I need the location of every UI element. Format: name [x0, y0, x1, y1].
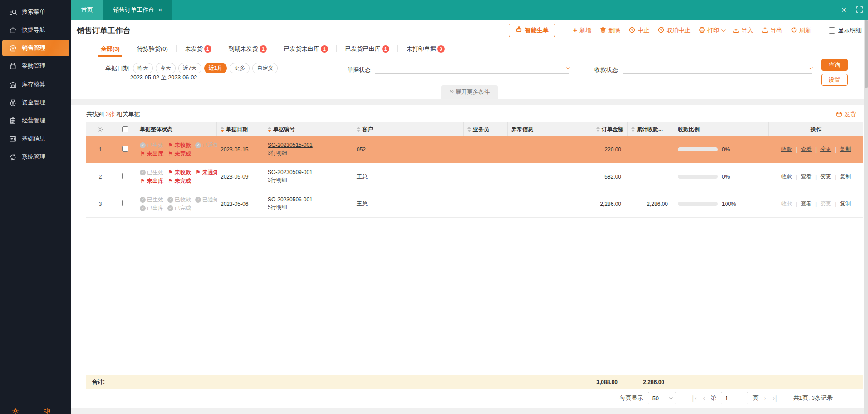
- smart-generate-button[interactable]: 智能生单: [509, 24, 555, 37]
- check-circle-icon: [140, 197, 146, 203]
- first-page-icon[interactable]: ∣‹: [691, 395, 698, 402]
- cancel-abort-button[interactable]: 取消中止: [658, 26, 690, 34]
- receive-payment-action[interactable]: 收款: [781, 146, 792, 153]
- col-number[interactable]: 单据编号: [264, 122, 353, 136]
- view-action[interactable]: 查看: [801, 200, 812, 208]
- doc-status-filter: 单据状态: [347, 63, 569, 74]
- settings-button[interactable]: 设置: [821, 74, 848, 86]
- col-amount[interactable]: 订单金额: [580, 122, 628, 136]
- empty-area: [71, 218, 868, 375]
- sidebar-item-funds[interactable]: 资金管理: [2, 94, 69, 111]
- payment-status-select[interactable]: [623, 63, 812, 74]
- sidebar-item-quick-nav[interactable]: 快捷导航: [2, 22, 69, 38]
- copy-action[interactable]: 复制: [840, 173, 851, 180]
- sort-icon[interactable]: [467, 127, 471, 132]
- table-row[interactable]: 1 已生效 未收款 已通知 未出库 未完成: [86, 136, 863, 163]
- row-checkbox[interactable]: [122, 200, 128, 206]
- filter-tab-shipped-out[interactable]: 已发货已出库1: [337, 41, 398, 57]
- pill-today[interactable]: 今天: [156, 63, 176, 73]
- pill-last7days[interactable]: 近7天: [178, 63, 201, 73]
- sidebar-item-search-menu[interactable]: 搜索菜单: [2, 4, 69, 20]
- row-select-cell[interactable]: [114, 200, 136, 208]
- tab-close-icon[interactable]: ×: [158, 6, 162, 14]
- sort-icon[interactable]: [596, 127, 600, 132]
- sort-icon[interactable]: [357, 127, 360, 132]
- pill-custom[interactable]: 自定义: [252, 63, 278, 73]
- page-number-input[interactable]: [721, 392, 748, 404]
- vertical-scrollbar[interactable]: [864, 20, 868, 414]
- view-action[interactable]: 查看: [801, 173, 812, 180]
- ship-link[interactable]: 发货: [836, 110, 856, 118]
- settings-gear-icon[interactable]: [12, 407, 19, 414]
- last-page-icon[interactable]: ›∣: [772, 395, 779, 402]
- row-select-cell[interactable]: [114, 146, 136, 153]
- doc-status-select[interactable]: [375, 63, 569, 74]
- change-action[interactable]: 变更: [820, 146, 831, 153]
- sidebar-item-basic-info[interactable]: 基础信息: [2, 131, 69, 147]
- table-row[interactable]: 2 已生效 未收款 未通知 未出库 未完成: [86, 163, 863, 190]
- per-page-select[interactable]: 50: [648, 392, 676, 404]
- delete-button[interactable]: 删除: [600, 26, 620, 34]
- col-ratio[interactable]: 收款比例: [674, 122, 769, 136]
- import-button[interactable]: 导入: [733, 26, 753, 34]
- order-number-link[interactable]: SO-20230506-001: [268, 196, 313, 203]
- pill-last-month[interactable]: 近1月: [204, 63, 227, 73]
- filter-tab-unshipped[interactable]: 未发货1: [177, 41, 220, 57]
- tab-sales-order-workbench[interactable]: 销售订单工作台 ×: [103, 0, 172, 20]
- sidebar-item-inventory[interactable]: 库存核算: [2, 76, 69, 93]
- export-button[interactable]: 导出: [762, 26, 782, 34]
- sidebar-item-operations[interactable]: 经营管理: [2, 112, 69, 129]
- filter-tab-overdue-unshipped[interactable]: 到期未发货1: [220, 41, 275, 57]
- column-settings[interactable]: [86, 122, 114, 136]
- home-icon: [9, 26, 17, 34]
- sort-icon[interactable]: [221, 127, 224, 132]
- next-page-icon[interactable]: ›: [763, 395, 767, 402]
- col-customer[interactable]: 客户: [353, 122, 464, 136]
- order-number-link[interactable]: SO-20230515-001: [268, 142, 313, 148]
- filter-tab-unprinted[interactable]: 未打印单据3: [398, 41, 453, 57]
- add-button[interactable]: + 新增: [573, 26, 591, 34]
- sidebar-item-purchase[interactable]: 采购管理: [2, 58, 69, 74]
- row-select-cell[interactable]: [114, 173, 136, 180]
- show-detail-checkbox[interactable]: [829, 27, 835, 34]
- print-button[interactable]: 打印: [699, 26, 724, 34]
- sort-icon[interactable]: [631, 127, 635, 132]
- tab-home[interactable]: 首页: [71, 0, 103, 20]
- receive-payment-action[interactable]: 收款: [781, 173, 792, 180]
- col-exception[interactable]: 异常信息: [508, 122, 580, 136]
- col-date[interactable]: 单据日期: [217, 122, 264, 136]
- scrollbar-thumb[interactable]: [865, 20, 868, 88]
- row-checkbox[interactable]: [122, 146, 128, 152]
- sort-icon[interactable]: [268, 127, 271, 132]
- fullscreen-icon[interactable]: [856, 6, 863, 14]
- filter-tab-all[interactable]: 全部(3): [92, 41, 128, 57]
- sidebar-item-system[interactable]: 系统管理: [2, 149, 69, 165]
- select-all-checkbox[interactable]: [122, 126, 128, 132]
- change-action[interactable]: 变更: [820, 173, 831, 180]
- col-salesman[interactable]: 业务员: [464, 122, 508, 136]
- filter-tab-shipped-not-out[interactable]: 已发货未出库1: [275, 41, 337, 57]
- filter-tab-to-pick[interactable]: 待拣验货(0): [128, 41, 177, 57]
- pill-more[interactable]: 更多: [230, 63, 250, 73]
- date-range-value[interactable]: 2023-05-02 至 2023-06-02: [130, 74, 197, 82]
- copy-action[interactable]: 复制: [840, 200, 851, 208]
- expand-more-conditions[interactable]: 展开更多条件: [441, 85, 498, 99]
- refresh-button[interactable]: 刷新: [791, 26, 811, 34]
- row-checkbox[interactable]: [122, 173, 128, 179]
- abort-button[interactable]: 中止: [629, 26, 649, 34]
- speaker-icon[interactable]: [43, 407, 50, 414]
- col-status[interactable]: 单据整体状态: [136, 122, 217, 136]
- view-action[interactable]: 查看: [801, 146, 812, 153]
- col-received[interactable]: 累计收款...: [628, 122, 674, 136]
- sidebar-item-sales[interactable]: 销售管理: [2, 40, 69, 56]
- select-all-cell[interactable]: [114, 122, 136, 136]
- table-row[interactable]: 3 已生效 已收款 已通知 已出库 已完成: [86, 190, 863, 218]
- show-detail-toggle[interactable]: 显示明细: [829, 26, 862, 34]
- copy-action[interactable]: 复制: [840, 146, 851, 153]
- close-window-icon[interactable]: ×: [841, 6, 846, 14]
- order-number-link[interactable]: SO-20230509-001: [268, 169, 313, 175]
- gear-icon: [97, 126, 103, 133]
- pill-yesterday[interactable]: 昨天: [133, 63, 153, 73]
- query-button[interactable]: 查询: [821, 59, 848, 71]
- prev-page-icon[interactable]: ‹: [702, 395, 706, 402]
